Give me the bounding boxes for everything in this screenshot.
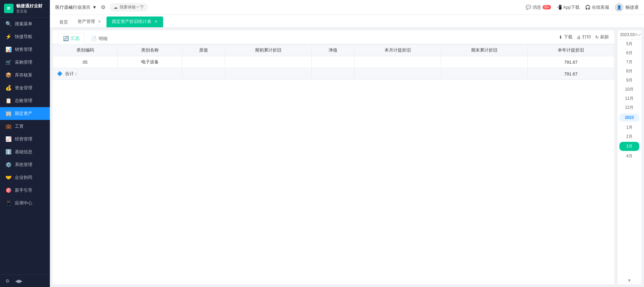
rp-month-10[interactable]: 10月 bbox=[617, 85, 641, 94]
avatar: 👤 bbox=[615, 3, 623, 12]
rp-month-3-current[interactable]: 3月 bbox=[619, 142, 639, 151]
user-name: 畅捷通 bbox=[625, 4, 639, 10]
payroll-icon: 💼 bbox=[5, 123, 11, 129]
sidebar-label-ledger: 总账管理 bbox=[15, 98, 32, 104]
print-button[interactable]: 🖨 打印 bbox=[577, 34, 591, 40]
main-area: 医疗器械行业演示 ▼ ⚙ ☁ 我要体验一下 💬 消息 99+ 📲 App下载 🎧… bbox=[50, 0, 644, 287]
download-icon: 📲 bbox=[556, 5, 562, 10]
app-title: 畅捷通好业财 bbox=[16, 3, 42, 9]
download-button[interactable]: ⬇ 下载 bbox=[559, 34, 573, 40]
sidebar-label-sales: 销售管理 bbox=[15, 46, 32, 53]
msg-label: 消息 bbox=[532, 4, 541, 10]
sidebar-label-search: 搜索菜单 bbox=[15, 21, 32, 27]
sidebar-item-inventory[interactable]: 📦 库存核算 bbox=[0, 69, 50, 82]
rp-month-8[interactable]: 8月 bbox=[617, 67, 641, 76]
collab-icon: 🤝 bbox=[5, 174, 11, 181]
experience-button[interactable]: ☁ 我要体验一下 bbox=[110, 3, 148, 11]
inventory-icon: 📦 bbox=[5, 72, 11, 78]
cell-end-accum bbox=[441, 56, 528, 68]
close-depreciation-icon[interactable]: ✕ bbox=[154, 19, 158, 24]
col-header-initial-accum: 期初累计折旧 bbox=[225, 44, 312, 56]
toolbar-right: ⬇ 下载 🖨 打印 ↻ 刷新 bbox=[559, 34, 609, 43]
tab-asset-mgmt[interactable]: 资产管理 ✕ bbox=[72, 17, 106, 27]
sidebar-bottom: ⚙ ◀▶ bbox=[0, 275, 50, 287]
rp-month-11[interactable]: 11月 bbox=[617, 94, 641, 103]
sidebar-label-collab: 企业协同 bbox=[15, 174, 32, 181]
company-selector[interactable]: 医疗器械行业演示 ▼ bbox=[55, 4, 97, 10]
detail-tab-label: 明细 bbox=[99, 36, 108, 42]
cell-monthly bbox=[355, 56, 441, 68]
sidebar-item-system[interactable]: ⚙️ 系统管理 bbox=[0, 158, 50, 171]
rp-nav-down[interactable]: ▼ bbox=[617, 277, 641, 284]
collapse-icon[interactable]: ◀▶ bbox=[15, 278, 23, 284]
tab-summary[interactable]: 🔄 汇总 bbox=[58, 33, 85, 44]
sidebar-item-basic[interactable]: ℹ️ 基础信息 bbox=[0, 146, 50, 158]
rp-month-7[interactable]: 7月 bbox=[617, 58, 641, 67]
search-icon: 🔍 bbox=[5, 21, 11, 27]
topbar: 医疗器械行业演示 ▼ ⚙ ☁ 我要体验一下 💬 消息 99+ 📲 App下载 🎧… bbox=[50, 0, 644, 15]
sidebar-item-payroll[interactable]: 💼 工资 bbox=[0, 120, 50, 133]
app-download-button[interactable]: 📲 App下载 bbox=[556, 4, 580, 10]
breadcrumb-home[interactable]: 首页 bbox=[55, 17, 72, 27]
detail-tab-icon: 📄 bbox=[91, 36, 97, 41]
total-label: 合计： bbox=[65, 71, 78, 76]
cell-original bbox=[182, 56, 225, 68]
sidebar-item-search[interactable]: 🔍 搜索菜单 bbox=[0, 18, 50, 30]
appstore-icon: 📱 bbox=[5, 200, 11, 206]
table-wrapper: 类别编码 类别名称 原值 期初累计折旧 净值 本月计提折旧 期末累计折旧 本年计… bbox=[53, 44, 614, 284]
rp-month-1[interactable]: 1月 bbox=[617, 123, 641, 132]
sidebar-item-purchase[interactable]: 🛒 采购管理 bbox=[0, 56, 50, 69]
rp-month-9[interactable]: 9月 bbox=[617, 76, 641, 85]
cell-net bbox=[312, 56, 355, 68]
topbar-right: 💬 消息 99+ 📲 App下载 🎧 在线客服 👤 畅捷通 bbox=[526, 3, 639, 12]
service-button[interactable]: 🎧 在线客服 bbox=[585, 4, 609, 10]
tab-detail[interactable]: 📄 明细 bbox=[86, 33, 113, 44]
finance-icon: 💰 bbox=[5, 85, 11, 91]
sidebar-item-quicknav[interactable]: ⚡ 快捷导航 bbox=[0, 30, 50, 43]
print-icon: 🖨 bbox=[577, 35, 581, 40]
sidebar-item-management[interactable]: 📈 经营管理 bbox=[0, 133, 50, 146]
settings-bottom-icon[interactable]: ⚙ bbox=[5, 278, 10, 284]
app-subtitle: 普及版 bbox=[16, 9, 42, 14]
download-icon: ⬇ bbox=[559, 35, 562, 40]
service-icon: 🎧 bbox=[585, 5, 590, 10]
breadcrumb-bar: 首页 资产管理 ✕ 固定资产折旧统计表 ✕ bbox=[50, 15, 644, 28]
sidebar-label-payroll: 工资 bbox=[15, 123, 24, 129]
refresh-button[interactable]: ↻ 刷新 bbox=[595, 34, 609, 40]
rp-month-5[interactable]: 5月 bbox=[617, 39, 641, 49]
summary-tab-icon: 🔄 bbox=[63, 36, 69, 41]
topbar-settings-icon[interactable]: ⚙ bbox=[101, 4, 105, 10]
sidebar: 财 畅捷通好业财 普及版 🔍 搜索菜单 ⚡ 快捷导航 📊 销售管理 🛒 采购管理… bbox=[0, 0, 50, 287]
sidebar-item-ledger[interactable]: 📋 总账管理 bbox=[0, 94, 50, 107]
sidebar-item-finance[interactable]: 💰 资金管理 bbox=[0, 82, 50, 94]
sidebar-label-fixed: 固定资产 bbox=[15, 110, 32, 117]
tab-depreciation[interactable]: 固定资产折旧统计表 ✕ bbox=[106, 17, 163, 27]
table-row: 05 电子设备 791.67 bbox=[53, 56, 614, 68]
close-asset-mgmt-icon[interactable]: ✕ bbox=[98, 19, 101, 24]
rp-month-6[interactable]: 6月 bbox=[617, 49, 641, 58]
rp-expand-icon[interactable]: ⤢ bbox=[638, 32, 641, 37]
depreciation-table: 类别编码 类别名称 原值 期初累计折旧 净值 本月计提折旧 期末累计折旧 本年计… bbox=[53, 44, 614, 80]
download-label: 下载 bbox=[564, 34, 573, 40]
sidebar-label-guide: 新手引导 bbox=[15, 187, 32, 193]
rp-month-12[interactable]: 12月 bbox=[617, 103, 641, 112]
sidebar-label-purchase: 采购管理 bbox=[15, 59, 32, 65]
sidebar-item-fixed[interactable]: 🏢 固定资产 bbox=[0, 107, 50, 120]
right-date-panel: 2023.03 ✕ ⤢ 5月 6月 7月 8月 9月 10月 11月 12月 2… bbox=[617, 30, 641, 284]
user-menu[interactable]: 👤 畅捷通 bbox=[615, 3, 639, 12]
sidebar-item-collab[interactable]: 🤝 企业协同 bbox=[0, 171, 50, 184]
system-icon: ⚙️ bbox=[5, 162, 11, 168]
sidebar-item-guide[interactable]: 🎯 新手引导 bbox=[0, 184, 50, 197]
sidebar-item-sales[interactable]: 📊 销售管理 bbox=[0, 43, 50, 56]
rp-close-icon[interactable]: ✕ bbox=[635, 32, 638, 37]
print-label: 打印 bbox=[582, 34, 591, 40]
rp-month-4[interactable]: 4月 bbox=[617, 152, 641, 161]
sidebar-label-basic: 基础信息 bbox=[15, 149, 32, 155]
rp-month-2[interactable]: 2月 bbox=[617, 132, 641, 141]
message-icon: 💬 bbox=[526, 5, 531, 10]
cloud-icon: ☁ bbox=[114, 5, 118, 10]
messages-button[interactable]: 💬 消息 99+ bbox=[526, 4, 551, 10]
sidebar-item-appstore[interactable]: 📱 应用中心 bbox=[0, 197, 50, 210]
service-label: 在线客服 bbox=[592, 4, 609, 10]
management-icon: 📈 bbox=[5, 136, 11, 142]
